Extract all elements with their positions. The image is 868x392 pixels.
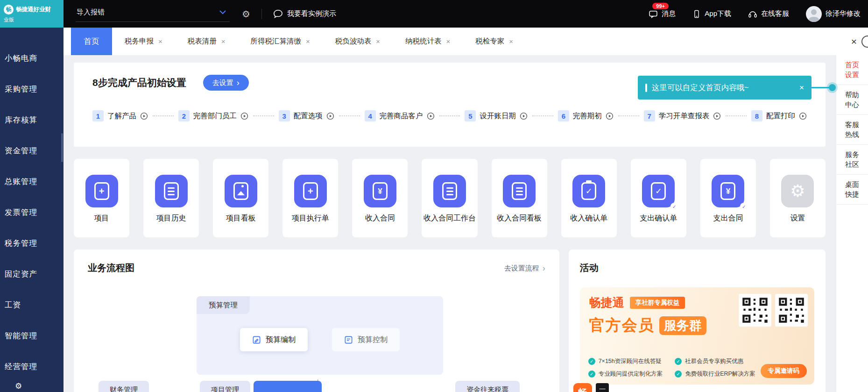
settings-gear-icon[interactable]: ⚙ <box>242 8 250 20</box>
tab-close-icon[interactable]: × <box>446 37 451 45</box>
tab-tax-expert[interactable]: 税检专家 × <box>463 28 526 55</box>
step-number: 6 <box>558 110 569 121</box>
tab-close-icon[interactable]: × <box>306 37 310 45</box>
shortcut-expense-contract[interactable]: ¥✓ 支出合同 <box>700 159 756 237</box>
tab-overflow-icon[interactable] <box>861 36 868 48</box>
demo-link[interactable]: 我要看实例演示 <box>273 9 336 18</box>
floating-minimize-icon[interactable]: — <box>596 383 609 392</box>
tab-tax-filing[interactable]: 税务申报 × <box>112 28 175 55</box>
tooltip-close-icon[interactable]: × <box>799 83 804 93</box>
sidebar-item-tax[interactable]: 税务管理 <box>0 228 64 259</box>
setup-step-7[interactable]: 7 学习开单查报表 <box>644 110 721 121</box>
budget-control-button[interactable]: 预算控制 <box>332 328 400 351</box>
floating-brand-icon[interactable]: 畅 <box>573 383 592 392</box>
setup-step-6[interactable]: 6 完善期初 <box>558 110 614 121</box>
budget-edit-button[interactable]: 预算编制 <box>240 328 308 351</box>
play-icon[interactable] <box>326 112 334 120</box>
shortcut-label: 支出合同 <box>713 214 743 223</box>
invite-code-button[interactable]: 专属邀请码 <box>761 364 807 378</box>
play-icon[interactable] <box>606 112 614 120</box>
flow-tab-funds-tax[interactable]: 资金往来税票 <box>455 381 520 392</box>
sidebar-item-general-ledger[interactable]: 总账管理 <box>0 166 64 197</box>
edit-doc-icon <box>252 335 261 344</box>
play-icon[interactable] <box>713 112 721 120</box>
go-setup-button[interactable]: 去设置 › <box>203 75 249 91</box>
close-all-tabs-icon[interactable]: × <box>851 28 857 55</box>
shortcut-income-contract[interactable]: ¥ 收入合同 <box>352 159 408 237</box>
setup-step-1[interactable]: 1 了解产品 <box>92 110 148 121</box>
setup-title: 8步完成产品初始设置 <box>92 76 186 89</box>
setup-step-4[interactable]: 4 完善商品客户 <box>365 110 435 121</box>
play-icon[interactable] <box>240 112 248 120</box>
tooltip-text: 这里可以自定义首页内容哦~ <box>652 83 749 93</box>
chevron-right-icon: › <box>543 264 545 273</box>
tab-home[interactable]: 首页 <box>71 28 112 55</box>
setup-step-2[interactable]: 2 完善部门员工 <box>178 110 248 121</box>
phone-icon <box>692 9 701 19</box>
online-service-label: 在线客服 <box>761 9 789 18</box>
import-error-dropdown[interactable]: 导入报错 <box>76 6 230 22</box>
project-icon: + <box>85 175 118 207</box>
sidebar-gear-icon[interactable]: ⚙ <box>15 381 22 391</box>
shortcut-label: 项目 <box>94 214 109 223</box>
shortcut-project-execution[interactable]: + 项目执行单 <box>282 159 338 237</box>
sidebar-item-invoice[interactable]: 发票管理 <box>0 197 64 228</box>
tab-close-icon[interactable]: × <box>221 37 226 45</box>
rail-home-settings[interactable]: 首页设置 <box>836 55 868 85</box>
tab-tax-fluctuation[interactable]: 税负波动表 × <box>323 28 393 55</box>
sidebar-item-purchase[interactable]: 采购管理 <box>0 74 64 105</box>
chevron-down-icon <box>219 10 226 14</box>
tab-tax-register[interactable]: 税表清册 × <box>175 28 238 55</box>
shortcut-income-confirmation[interactable]: ✓ 收入确认单 <box>561 159 617 237</box>
play-icon[interactable] <box>799 112 807 120</box>
sidebar-item-funds[interactable]: 资金管理 <box>0 135 64 166</box>
tab-tax-statistics[interactable]: 纳税统计表 × <box>393 28 463 55</box>
main-content: 8步完成产品初始设置 去设置 › 1 了解产品 2 完善部门员工 3 配置选项 <box>64 55 836 392</box>
project-board-icon <box>225 175 257 207</box>
step-connector <box>532 115 553 116</box>
flow-tab-finance[interactable]: 财务管理 <box>99 381 149 392</box>
shortcut-settings[interactable]: ⚙ 设置 <box>770 159 826 237</box>
flow-tab-highlight[interactable] <box>254 381 322 392</box>
setup-step-8[interactable]: 8 配置打印 <box>751 110 807 121</box>
sidebar-item-inventory[interactable]: 库存核算 <box>0 105 64 135</box>
messages-button[interactable]: 99+ 消息 <box>649 9 676 19</box>
sidebar-item-ecommerce[interactable]: 小畅电商 <box>0 43 64 74</box>
app-logo[interactable]: 畅 畅捷通好业财 业版 <box>0 0 64 28</box>
tab-close-icon[interactable]: × <box>509 37 513 45</box>
setup-step-5[interactable]: 5 设开账日期 <box>465 110 528 121</box>
shortcut-income-contract-workbench[interactable]: 收入合同工作台 <box>422 159 477 237</box>
tab-close-icon[interactable]: × <box>158 37 162 45</box>
flow-setup-link[interactable]: 去设置流程 › <box>504 264 545 273</box>
income-confirmation-icon: ✓ <box>572 175 605 207</box>
sidebar-scrollbar[interactable] <box>61 133 63 162</box>
play-icon[interactable] <box>520 112 528 120</box>
sidebar-item-intelligent[interactable]: 智能管理 <box>0 321 64 351</box>
play-icon[interactable] <box>427 112 435 120</box>
rail-service-community[interactable]: 服务社区 <box>836 145 868 175</box>
sidebar-item-fixed-assets[interactable]: 固定资产 <box>0 259 64 290</box>
play-icon[interactable] <box>140 112 148 120</box>
shortcut-project-board[interactable]: 项目看板 <box>213 159 268 237</box>
rail-service-hotline[interactable]: 客服热线 <box>836 115 868 145</box>
control-doc-icon <box>344 335 353 344</box>
topbar: 畅 畅捷通好业财 业版 导入报错 ⚙ 我要看实例演示 99+ 消息 App下载 … <box>0 0 868 28</box>
app-download-button[interactable]: App下载 <box>692 9 731 19</box>
step-number: 1 <box>92 110 104 121</box>
shortcut-project-history[interactable]: 项目历史 <box>143 159 199 237</box>
rail-help-center[interactable]: 帮助中心 <box>836 85 868 115</box>
setup-step-3[interactable]: 3 配置选项 <box>279 110 334 121</box>
sidebar-item-payroll[interactable]: 工资 <box>0 290 64 321</box>
shortcut-expense-confirmation[interactable]: ✓✓ 支出确认单 <box>631 159 686 237</box>
budget-panel-tab[interactable]: 预算管理 <box>197 296 250 314</box>
user-menu[interactable]: 徐泽华修改 <box>806 6 861 22</box>
activity-banner[interactable]: 畅捷通 享社群专属权益 官方会员 服务群 ✓7×15h资深顾问在线答疑 ✓社群会… <box>580 287 814 385</box>
shortcut-project[interactable]: + 项目 <box>74 159 129 237</box>
sidebar-item-operation[interactable]: 经营管理 <box>0 351 64 382</box>
tab-close-icon[interactable]: × <box>376 37 380 45</box>
flow-tab-project[interactable]: 项目管理 <box>200 381 250 392</box>
shortcut-income-contract-board[interactable]: 收入合同看板 <box>492 159 547 237</box>
tab-income-tax-settlement[interactable]: 所得税汇算清缴 × <box>238 28 323 55</box>
online-service-button[interactable]: 在线客服 <box>748 9 789 19</box>
rail-desktop-shortcut[interactable]: 桌面快捷 <box>836 175 868 205</box>
